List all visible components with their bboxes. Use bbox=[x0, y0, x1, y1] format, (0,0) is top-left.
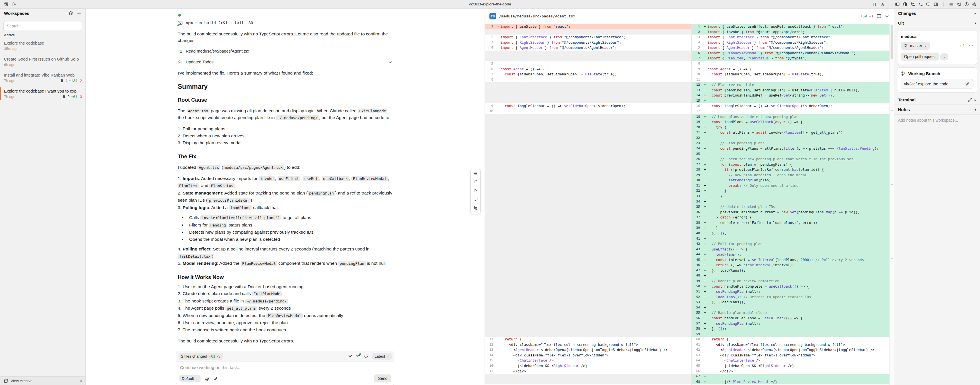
diff-code-row: 13+ const [pendingPlan, setPendingPlan] … bbox=[692, 88, 889, 93]
archive-icon[interactable] bbox=[4, 2, 9, 6]
diff-scrollbar[interactable] bbox=[889, 24, 894, 385]
list-item: 2. Detect when a new plan arrives bbox=[178, 132, 393, 140]
chat-heading: Root Cause bbox=[178, 97, 393, 103]
chat-scroll-area[interactable]: npm run build 2>&1 | tail -80The build c… bbox=[86, 9, 485, 348]
chat-paragraph: The Agent.tsx page was missing all plan … bbox=[178, 107, 393, 121]
panel-right-icon[interactable] bbox=[934, 2, 938, 6]
diff-filler-row bbox=[485, 300, 691, 305]
scroll-mark bbox=[891, 258, 893, 259]
numbered-list: 4. Polling effect: Set up a polling inte… bbox=[178, 246, 393, 267]
diff-filler-row bbox=[485, 156, 691, 162]
diff-code-row: 3import { ChatInterface } from "@/compon… bbox=[692, 35, 889, 40]
edit-pencil-icon[interactable] bbox=[966, 81, 970, 86]
working-branch-input[interactable]: vk/3ccf-explore-the-code bbox=[901, 79, 974, 89]
message-input[interactable]: Continue working on this task... bbox=[176, 362, 394, 374]
notes-input[interactable]: Add notes about this workspace... bbox=[894, 115, 980, 126]
diff-old-pane[interactable]: 1-import { useState } from "react";2impo… bbox=[485, 24, 691, 385]
notes-section-header[interactable]: Notes ▾ bbox=[894, 105, 980, 115]
workspace-item[interactable]: Create Good First Issues on Github So p6… bbox=[0, 54, 86, 70]
arrow-up-icon: ↑ bbox=[960, 43, 962, 48]
send-button[interactable]: Send bbox=[374, 374, 391, 382]
workspace-search-input[interactable]: Search... bbox=[3, 21, 82, 31]
scroll-mark bbox=[891, 184, 893, 185]
inline-code: loadPlans bbox=[229, 205, 252, 210]
menu-icon[interactable] bbox=[949, 2, 953, 6]
chevron-down-icon[interactable] bbox=[388, 60, 393, 65]
diff-code-row: 34+ bbox=[692, 199, 889, 205]
expand-icon[interactable] bbox=[967, 97, 972, 102]
diff-filler-row bbox=[485, 262, 691, 268]
workspaces-header: Workspaces bbox=[0, 9, 86, 18]
collapse-file-chevron-icon[interactable] bbox=[885, 14, 889, 19]
diff-filler-row bbox=[485, 247, 691, 252]
help-icon[interactable] bbox=[964, 2, 969, 6]
split-view-icon[interactable] bbox=[877, 14, 881, 19]
diff-code-row: 52+ loadPlans(); // Refresh to update tr… bbox=[692, 294, 889, 300]
divider bbox=[943, 2, 944, 6]
view-archive-button[interactable]: View Archive 0 bbox=[0, 376, 86, 385]
diff-code-row: 5import { AgentHeader } from "@/componen… bbox=[692, 45, 889, 51]
sign-out-icon[interactable] bbox=[12, 2, 17, 6]
play-icon[interactable] bbox=[471, 186, 479, 194]
panel-left-icon[interactable] bbox=[895, 2, 900, 6]
workspace-item[interactable]: Install and integrate Vibe Kanban Web7h … bbox=[0, 70, 86, 86]
contrast-icon[interactable] bbox=[903, 2, 907, 6]
inline-code: PlanReviewModal bbox=[352, 176, 388, 181]
title-bar: vk/3ccf-explore-the-code bbox=[0, 0, 980, 9]
files-changed-label: 2 files changed bbox=[181, 354, 207, 358]
terminal-box-icon bbox=[178, 21, 183, 25]
notification-dot bbox=[359, 353, 361, 355]
diff-code-row: 11 return ( bbox=[485, 337, 691, 342]
git-compare-icon[interactable] bbox=[911, 2, 915, 6]
repo-more-button[interactable]: ⋯ bbox=[969, 43, 974, 48]
layers-icon[interactable] bbox=[68, 11, 73, 16]
list-item: 2. State management: Added state for tra… bbox=[178, 189, 393, 204]
diff-file-header[interactable]: TS /medusa/medusa/src/pages/Agent.tsx +5… bbox=[485, 9, 894, 24]
branch-selector[interactable]: master ⌄ bbox=[901, 42, 930, 50]
copy-icon[interactable] bbox=[471, 178, 479, 185]
files-changed-chip[interactable]: 2 files changed +61 -3 bbox=[178, 353, 223, 360]
tool-call-row[interactable]: Read medusa/src/pages/Agent.tsx bbox=[178, 48, 393, 54]
terminal-section-header[interactable]: Terminal ▸ bbox=[894, 95, 980, 105]
spinner-icon[interactable] bbox=[364, 354, 368, 358]
pr-options-button[interactable]: ⌄ bbox=[940, 53, 948, 60]
diff-filler-row bbox=[485, 130, 691, 135]
git-section-header[interactable]: Git ▾ bbox=[894, 18, 980, 28]
version-selector[interactable]: Latest⌄ bbox=[372, 353, 392, 360]
diff-filler-row bbox=[485, 241, 691, 247]
inline-code: PlanReviewModal bbox=[241, 261, 277, 266]
chat-heading: Summary bbox=[178, 83, 393, 90]
git-compare-icon[interactable] bbox=[471, 204, 479, 212]
paperclip-icon[interactable] bbox=[205, 376, 209, 381]
workspace-item[interactable]: Explore the codebase I want you to exp7h… bbox=[0, 86, 86, 102]
working-branch-card: Working Branch vk/3ccf-explore-the-code bbox=[897, 67, 977, 92]
terminal-icon[interactable] bbox=[918, 2, 923, 6]
pause-icon[interactable] bbox=[872, 2, 877, 6]
monitor-icon[interactable] bbox=[471, 196, 479, 203]
workspace-item[interactable]: Explore the codebase35m ago bbox=[0, 38, 86, 54]
changes-section-header[interactable]: Changes ▸ bbox=[894, 9, 980, 18]
collapse-icon[interactable] bbox=[880, 2, 885, 6]
new-workspace-button[interactable] bbox=[76, 11, 81, 16]
diff-code-row: 41+ bbox=[692, 236, 889, 242]
diff-code-row: 62 <AgentHeader sidebarOpen={sidebarOpen… bbox=[692, 347, 889, 353]
checklist-icon[interactable] bbox=[356, 354, 360, 358]
megaphone-icon[interactable] bbox=[956, 2, 961, 6]
diff-filler-row bbox=[485, 98, 691, 104]
grip-icon[interactable] bbox=[471, 171, 479, 176]
settings-icon[interactable] bbox=[972, 2, 977, 6]
pen-icon[interactable] bbox=[213, 376, 218, 381]
scrollbar-thumb[interactable] bbox=[891, 25, 893, 59]
open-pull-request-button[interactable]: Open pull request bbox=[901, 52, 939, 60]
inline-code: previousPlanIdsRef bbox=[207, 198, 251, 203]
list-item: 3. Display the plan review modal bbox=[178, 139, 393, 146]
sparkle-icon[interactable] bbox=[348, 354, 352, 358]
diff-new-pane[interactable]: 1+import { useState, useEffect, useRef, … bbox=[691, 24, 889, 385]
numbered-list: 1. User is on the Agent page with a Dock… bbox=[178, 283, 393, 334]
message-placeholder: Continue working on this task... bbox=[180, 365, 242, 370]
model-selector[interactable]: Default ⌄ bbox=[179, 375, 200, 382]
diff-code-row: 54+ bbox=[692, 305, 889, 310]
tool-call-row[interactable]: npm run build 2>&1 | tail -80 bbox=[178, 20, 393, 26]
monitor-icon[interactable] bbox=[926, 2, 931, 6]
tool-call-row[interactable]: Updated Todos bbox=[178, 59, 393, 65]
